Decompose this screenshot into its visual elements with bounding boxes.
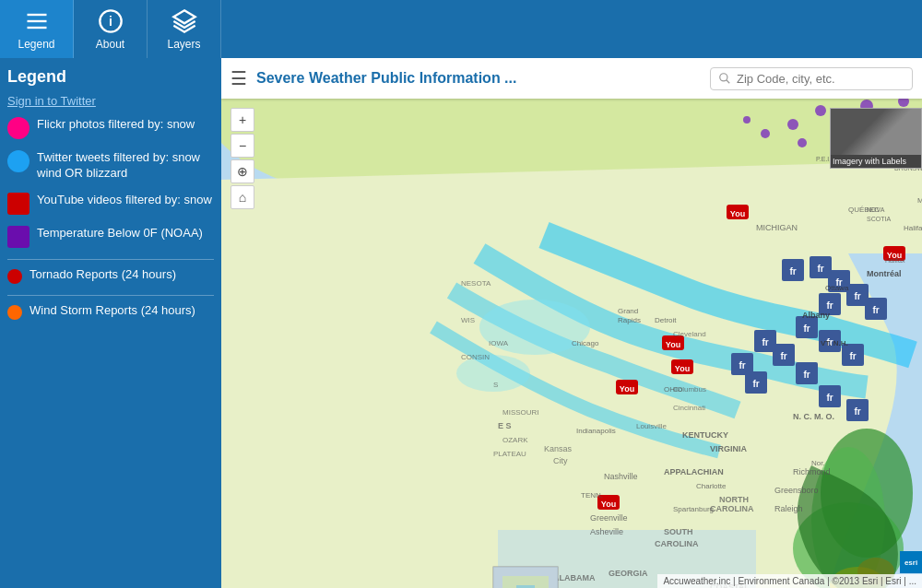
svg-text:City: City — [553, 456, 568, 465]
svg-text:You: You — [601, 500, 616, 509]
svg-text:fr: fr — [849, 351, 856, 361]
temp-label: Temperature Below 0F (NOAA) — [37, 226, 203, 241]
svg-text:i: i — [109, 13, 112, 28]
svg-text:Grand: Grand — [618, 307, 638, 315]
svg-point-27 — [761, 129, 770, 138]
svg-text:TENN.: TENN. — [581, 491, 603, 500]
svg-text:E S: E S — [498, 421, 512, 430]
svg-text:Nor.: Nor. — [811, 459, 825, 467]
svg-point-28 — [743, 116, 751, 123]
svg-text:Raleigh: Raleigh — [774, 504, 803, 513]
svg-text:VT. N.H.: VT. N.H. — [821, 339, 848, 347]
svg-text:MICHIGAN: MICHIGAN — [756, 223, 798, 232]
svg-text:OZARK: OZARK — [502, 436, 528, 444]
legend-divider-1 — [7, 259, 214, 260]
svg-text:Chicago: Chicago — [572, 339, 599, 347]
svg-text:ALABAMA: ALABAMA — [553, 573, 596, 582]
legend-item-storm: Wind Storm Reports (24 hours) — [7, 303, 214, 320]
legend-divider-2 — [7, 295, 214, 296]
svg-text:fr: fr — [789, 266, 796, 276]
map-svg: You You You You You — [221, 99, 922, 588]
svg-text:S: S — [493, 381, 498, 389]
layers-icon — [171, 8, 197, 34]
svg-text:You: You — [730, 209, 745, 218]
svg-text:Halifax: Halifax — [885, 257, 905, 264]
attribution-bar: Accuweather.inc | Environment Canada | ©… — [657, 574, 922, 588]
svg-text:Richmond: Richmond — [793, 467, 831, 476]
svg-text:Rapids: Rapids — [618, 316, 641, 324]
svg-text:fr: fr — [872, 305, 879, 315]
main-content: Legend Sign in to Twitter Flickr photos … — [0, 58, 922, 588]
storm-icon — [7, 305, 22, 320]
svg-text:CAROLINA: CAROLINA — [655, 539, 699, 548]
flickr-icon — [7, 117, 30, 139]
zoom-in-button[interactable]: + — [230, 108, 254, 132]
top-nav: Legend i About Layers — [0, 0, 922, 58]
svg-text:Cincinnati: Cincinnati — [673, 404, 705, 412]
youtube-label: YouTube videos filtered by: snow — [37, 193, 212, 208]
list-icon — [24, 8, 50, 34]
svg-point-19 — [787, 119, 798, 130]
map-container[interactable]: ☰ Severe Weather Public Information ... — [221, 58, 922, 588]
search-input[interactable] — [737, 72, 904, 86]
tab-layers-label: Layers — [167, 38, 200, 51]
twitter-signin-link[interactable]: Sign in to Twitter — [7, 94, 214, 108]
search-box[interactable] — [710, 67, 913, 90]
svg-text:Indianapolis: Indianapolis — [576, 427, 616, 435]
svg-text:Cleveland: Cleveland — [673, 330, 706, 338]
zoom-out-button[interactable]: − — [230, 134, 254, 158]
imagery-preview — [831, 109, 921, 155]
flickr-label: Flickr photos filtered by: snow — [37, 117, 195, 133]
svg-rect-0 — [27, 13, 46, 15]
map-canvas[interactable]: You You You You You — [221, 99, 922, 588]
sidebar-title: Legend — [7, 67, 214, 87]
svg-text:Detroit: Detroit — [655, 316, 677, 324]
svg-text:NORTH: NORTH — [719, 495, 749, 504]
svg-text:WIS: WIS — [461, 316, 475, 324]
svg-marker-5 — [173, 10, 195, 23]
svg-text:Kansas: Kansas — [544, 444, 573, 453]
svg-text:GEORGIA: GEORGIA — [609, 569, 648, 578]
svg-text:You: You — [666, 340, 680, 349]
attribution-text: Accuweather.inc | Environment Canada | ©… — [663, 576, 916, 586]
tornado-label: Tornado Reports (24 hours) — [30, 267, 176, 283]
svg-text:Charlotte: Charlotte — [696, 482, 727, 490]
svg-text:VIRGINIA: VIRGINIA — [710, 444, 748, 453]
compass-button[interactable]: ⊕ — [230, 159, 254, 183]
tab-legend[interactable]: Legend — [0, 0, 74, 58]
svg-text:fr: fr — [762, 337, 768, 347]
youtube-icon — [7, 193, 30, 215]
svg-text:APPALACHIAN: APPALACHIAN — [664, 467, 724, 476]
sidebar: Legend Sign in to Twitter Flickr photos … — [0, 58, 221, 588]
svg-text:MISSOURI: MISSOURI — [502, 408, 539, 417]
svg-text:Albany: Albany — [802, 311, 830, 320]
svg-text:Greenville: Greenville — [590, 513, 628, 523]
legend-item-temp: Temperature Below 0F (NOAA) — [7, 226, 214, 248]
legend-item-twitter: Twitter tweets filtered by: snow wind OR… — [7, 150, 214, 182]
imagery-thumbnail[interactable]: Imagery with Labels — [830, 108, 922, 169]
home-button[interactable]: ⌂ — [230, 185, 254, 209]
search-icon — [718, 72, 731, 85]
svg-text:P.E.I.: P.E.I. — [816, 156, 831, 162]
svg-text:KENTUCKY: KENTUCKY — [682, 430, 728, 440]
tab-legend-label: Legend — [18, 38, 54, 51]
twitter-icon — [7, 150, 30, 172]
hamburger-menu[interactable]: ☰ — [230, 67, 247, 89]
tab-about-label: About — [96, 38, 124, 51]
storm-label: Wind Storm Reports (24 hours) — [30, 303, 195, 319]
svg-point-6 — [720, 74, 727, 81]
imagery-label: Imagery with Labels — [831, 155, 921, 168]
tab-layers[interactable]: Layers — [148, 0, 221, 58]
svg-text:You: You — [620, 384, 634, 394]
tab-about[interactable]: i About — [74, 0, 148, 58]
svg-point-26 — [798, 138, 807, 147]
svg-text:IOWA: IOWA — [489, 339, 509, 347]
svg-rect-2 — [27, 26, 46, 28]
legend-item-flickr: Flickr photos filtered by: snow — [7, 117, 214, 139]
svg-text:Greensboro: Greensboro — [774, 486, 819, 495]
svg-text:fr: fr — [817, 264, 823, 274]
map-controls: + − ⊕ ⌂ — [230, 108, 254, 209]
svg-text:fr: fr — [854, 406, 860, 417]
legend-item-youtube: YouTube videos filtered by: snow — [7, 193, 214, 215]
svg-text:PLATEAU: PLATEAU — [493, 450, 526, 458]
